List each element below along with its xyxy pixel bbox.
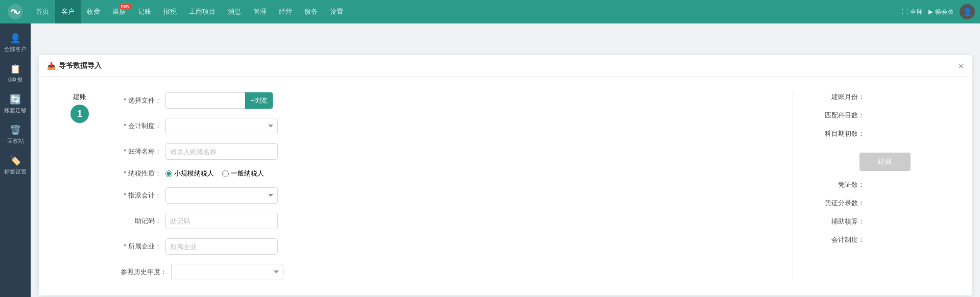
match-subjects-row: 匹配科目数：: [819, 111, 951, 120]
subject-init-label: 科目期初数：: [819, 129, 865, 138]
accountant-label: * 指派会计：: [121, 191, 161, 200]
tax-type-label: * 纳税性质：: [121, 169, 161, 178]
avatar[interactable]: 👤: [960, 4, 975, 19]
sidebar-item-migration[interactable]: 🔄 账套迁移: [1, 90, 30, 118]
step-indicator: 建账 1: [59, 92, 100, 280]
membership-icon: ▶: [928, 8, 933, 15]
nav-item-business[interactable]: 工商项目: [183, 0, 222, 23]
step-badge: 1: [70, 105, 89, 123]
import-dialog: 📥 导爷数据导入 × 建账 1 * 选择文件： +浏览: [39, 55, 972, 295]
section-divider: [793, 92, 793, 280]
voucher-entries-label: 凭证分录数：: [819, 199, 865, 208]
tax-option-small-label: 小规模纳税人: [174, 169, 214, 178]
recycle-icon: 🗑️: [10, 125, 21, 136]
build-account-button[interactable]: 建账: [859, 153, 911, 171]
nav-item-settings[interactable]: 设置: [324, 0, 349, 23]
file-input-wrap: +浏览: [165, 92, 273, 109]
month-row: 建账月份：: [819, 92, 951, 102]
fullscreen-button[interactable]: ⛶ 全屏: [902, 8, 922, 16]
app-logo: [5, 2, 26, 22]
reference-year-label: 参照历史年度：: [121, 267, 167, 277]
info-section: 建账月份： 匹配科目数： 科目期初数： 建账 凭证数：: [819, 92, 951, 280]
accounting-system-label: * 会计制度：: [121, 121, 161, 131]
memo-code-input[interactable]: [165, 213, 278, 229]
accounting-system-row: * 会计制度：: [121, 118, 767, 134]
memo-code-row: 助记码：: [121, 213, 767, 229]
main-content: 📥 导爷数据导入 × 建账 1 * 选择文件： +浏览: [31, 47, 980, 297]
nav-right-area: ⛶ 全屏 ▶ 畅会员 👤: [902, 4, 975, 19]
file-label: * 选择文件：: [121, 96, 161, 105]
dialog-title: 导爷数据导入: [59, 61, 102, 70]
reference-year-select[interactable]: [171, 264, 283, 280]
tax-option-general-label: 一般纳税人: [231, 169, 264, 178]
file-input[interactable]: [165, 92, 247, 109]
accounting-system-select[interactable]: [165, 118, 278, 134]
all-clients-icon: 👤: [10, 33, 21, 44]
step-label: 建账: [73, 92, 86, 102]
tags-icon: 🏷️: [10, 155, 21, 166]
sidebar-item-recycle[interactable]: 🗑️ 回收站: [1, 120, 30, 149]
tax-option-general[interactable]: 一般纳税人: [222, 169, 264, 178]
month-label: 建账月份：: [819, 92, 865, 102]
ledger-name-input[interactable]: [165, 143, 278, 160]
reference-year-row: 参照历史年度：: [121, 264, 767, 280]
nav-item-operation[interactable]: 经营: [273, 0, 298, 23]
sidebar: 👤 全部客户 📋 0申报 🔄 账套迁移 🗑️ 回收站 🏷️ 标签设置: [0, 23, 31, 297]
company-label: * 所属企业：: [121, 242, 161, 251]
nav-item-home[interactable]: 首页: [30, 0, 55, 23]
tax-radio-general[interactable]: [222, 170, 229, 177]
nav-item-tax[interactable]: 报税: [157, 0, 183, 23]
subject-init-row: 科目期初数：: [819, 129, 951, 138]
ledger-name-row: * 账簿名称：: [121, 143, 767, 160]
svg-point-1: [14, 10, 17, 13]
ledger-name-label: * 账簿名称：: [121, 147, 161, 156]
sidebar-item-all-clients[interactable]: 👤 全部客户: [1, 29, 30, 57]
aux-accounting-row: 辅助核算：: [819, 217, 951, 226]
company-input[interactable]: [165, 238, 278, 255]
dialog-header: 📥 导爷数据导入 ×: [39, 55, 972, 77]
new-badge: new: [119, 3, 131, 9]
dialog-title-icon: 📥: [47, 62, 56, 70]
browse-button[interactable]: +浏览: [245, 92, 273, 109]
tax-type-row: * 纳税性质： 小规模纳税人 一般纳税人: [121, 169, 767, 178]
nav-item-manage[interactable]: 管理: [247, 0, 273, 23]
nav-item-ticket[interactable]: 票据 new: [106, 0, 132, 23]
membership-button[interactable]: ▶ 畅会员: [928, 8, 953, 16]
accounting-system-info-label: 会计制度：: [819, 235, 865, 244]
company-row: * 所属企业：: [121, 238, 767, 255]
aux-accounting-label: 辅助核算：: [819, 217, 865, 226]
sidebar-item-declaration[interactable]: 📋 0申报: [1, 59, 30, 88]
nav-item-service[interactable]: 服务: [298, 0, 324, 23]
nav-menu: 首页 客户 收费 票据 new 记账 报税 工商项目 消息 管理 经营 服务 设…: [30, 0, 902, 23]
file-row: * 选择文件： +浏览: [121, 92, 767, 109]
form-section: * 选择文件： +浏览 * 会计制度： * 账簿名称：: [121, 92, 767, 280]
top-navigation: 首页 客户 收费 票据 new 记账 报税 工商项目 消息 管理 经营 服务 设…: [0, 0, 980, 23]
dialog-close-button[interactable]: ×: [958, 61, 964, 72]
sidebar-item-tags[interactable]: 🏷️ 标签设置: [1, 151, 30, 180]
voucher-count-label: 凭证数：: [819, 180, 865, 189]
tax-option-small[interactable]: 小规模纳税人: [165, 169, 214, 178]
tax-radio-small[interactable]: [165, 170, 172, 177]
nav-item-bookkeeping[interactable]: 记账: [132, 0, 157, 23]
voucher-count-row: 凭证数：: [819, 180, 951, 189]
voucher-entries-row: 凭证分录数：: [819, 199, 951, 208]
declaration-icon: 📋: [10, 63, 21, 75]
accountant-select[interactable]: [165, 187, 278, 204]
accounting-system-info-row: 会计制度：: [819, 235, 951, 244]
accountant-row: * 指派会计：: [121, 187, 767, 204]
match-subjects-label: 匹配科目数：: [819, 111, 865, 120]
tax-type-radio-group: 小规模纳税人 一般纳税人: [165, 169, 264, 178]
dialog-body: 建账 1 * 选择文件： +浏览 * 会计制度：: [39, 77, 972, 295]
fullscreen-icon: ⛶: [902, 8, 908, 15]
nav-item-fee[interactable]: 收费: [81, 0, 106, 23]
build-button-wrap: 建账: [819, 153, 951, 171]
nav-item-client[interactable]: 客户: [55, 0, 81, 23]
migration-icon: 🔄: [10, 94, 21, 105]
nav-item-message[interactable]: 消息: [222, 0, 247, 23]
memo-code-label: 助记码：: [121, 216, 161, 226]
